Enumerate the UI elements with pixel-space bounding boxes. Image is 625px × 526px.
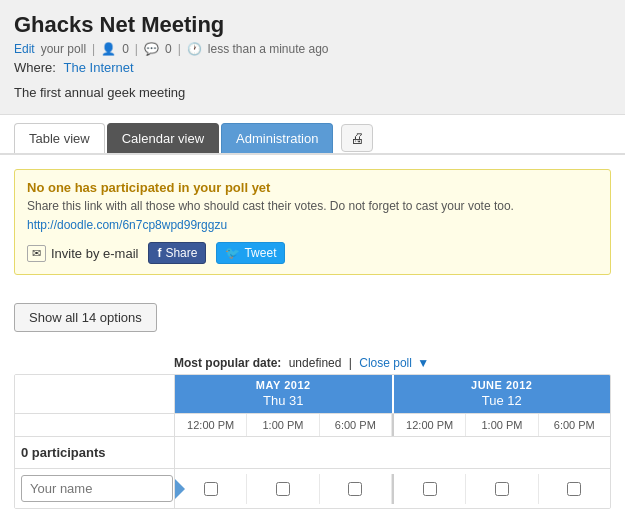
meta-row: Edit your poll | 👤 0 | 💬 0 | 🕐 less than…: [14, 42, 611, 56]
may-day-label: Thu 31: [175, 392, 392, 413]
check-col-5: [466, 474, 538, 504]
participants-count: 0: [122, 42, 129, 56]
check-col-3: [320, 474, 392, 504]
comments-count: 0: [165, 42, 172, 56]
envelope-icon: ✉: [27, 245, 46, 262]
checkbox-5[interactable]: [495, 482, 509, 496]
may-month-label: MAY 2012: [175, 375, 392, 392]
notice-text: Share this link with all those who shoul…: [27, 199, 598, 213]
times-header-row: 12:00 PM 1:00 PM 6:00 PM 12:00 PM 1:00 P…: [15, 414, 610, 437]
main-content: No one has participated in your poll yet…: [0, 155, 625, 523]
participants-icon: 👤: [101, 42, 116, 56]
check-col-2: [247, 474, 319, 504]
name-cell: [15, 469, 175, 508]
invite-email-btn[interactable]: ✉ Invite by e-mail: [27, 245, 138, 262]
poll-label: your poll: [41, 42, 86, 56]
where-label: Where:: [14, 60, 56, 75]
social-row: ✉ Invite by e-mail f Share 🐦 Tweet: [27, 242, 598, 264]
name-input-wrap: [21, 475, 168, 502]
time-col-6: 6:00 PM: [539, 414, 610, 436]
dates-block: MAY 2012 Thu 31 JUNE 2012 Tue 12: [175, 375, 610, 413]
participants-row: 0 participants: [15, 437, 610, 469]
where-link[interactable]: The Internet: [64, 60, 134, 75]
where-row: Where: The Internet: [14, 60, 611, 75]
separator: |: [92, 42, 95, 56]
time-col-3: 6:00 PM: [320, 414, 392, 436]
separator3: |: [178, 42, 181, 56]
notice-box: No one has participated in your poll yet…: [14, 169, 611, 275]
most-popular-value: undefined: [289, 356, 342, 370]
may-block: MAY 2012 Thu 31: [175, 375, 392, 413]
times-left-spacer: [15, 414, 175, 436]
participants-count-label: 0 participants: [15, 437, 175, 468]
time-col-2: 1:00 PM: [247, 414, 319, 436]
fb-label: Share: [165, 246, 197, 260]
june-month-label: JUNE 2012: [394, 375, 611, 392]
time-ago: less than a minute ago: [208, 42, 329, 56]
tab-administration[interactable]: Administration: [221, 123, 333, 153]
fb-icon: f: [157, 246, 161, 260]
checkboxes-right: [175, 474, 610, 504]
arrow-right-icon: [175, 479, 185, 499]
checkbox-3[interactable]: [348, 482, 362, 496]
facebook-share-btn[interactable]: f Share: [148, 242, 206, 264]
notice-link[interactable]: http://doodle.com/6n7cp8wpd99rggzu: [27, 218, 227, 232]
print-icon[interactable]: 🖨: [341, 124, 373, 152]
june-block: JUNE 2012 Tue 12: [394, 375, 611, 413]
june-day-label: Tue 12: [394, 392, 611, 413]
notice-title: No one has participated in your poll yet: [27, 180, 598, 195]
time-col-1: 12:00 PM: [175, 414, 247, 436]
check-col-4: [392, 474, 466, 504]
twitter-icon: 🐦: [225, 246, 240, 260]
edit-link[interactable]: Edit: [14, 42, 35, 56]
pipe-sep: |: [349, 356, 352, 370]
show-all-options-button[interactable]: Show all 14 options: [14, 303, 157, 332]
header: Ghacks Net Meeting Edit your poll | 👤 0 …: [0, 0, 625, 115]
close-poll-link[interactable]: Close poll: [359, 356, 412, 370]
month-header-row: MAY 2012 Thu 31 JUNE 2012 Tue 12: [15, 375, 610, 414]
description: The first annual geek meeting: [14, 85, 611, 100]
checkbox-6[interactable]: [567, 482, 581, 496]
tweet-btn[interactable]: 🐦 Tweet: [216, 242, 285, 264]
most-popular-row: Most popular date: undefined | Close pol…: [14, 356, 611, 370]
most-popular-bold: Most popular date:: [174, 356, 281, 370]
checkbox-4[interactable]: [423, 482, 437, 496]
dropdown-icon[interactable]: ▼: [417, 356, 429, 370]
tabs-bar: Table view Calendar view Administration …: [0, 115, 625, 155]
check-col-1: [175, 474, 247, 504]
time-col-4: 12:00 PM: [392, 414, 466, 436]
page-title: Ghacks Net Meeting: [14, 12, 611, 38]
invite-label: Invite by e-mail: [51, 246, 138, 261]
comments-icon: 💬: [144, 42, 159, 56]
clock-icon: 🕐: [187, 42, 202, 56]
poll-section: MAY 2012 Thu 31 JUNE 2012 Tue 12 12:00 P…: [14, 374, 611, 509]
tab-calendar-view[interactable]: Calendar view: [107, 123, 219, 153]
most-popular-label: Most popular date: undefined | Close pol…: [174, 356, 429, 370]
checkbox-2[interactable]: [276, 482, 290, 496]
tab-table-view[interactable]: Table view: [14, 123, 105, 153]
check-col-6: [539, 474, 610, 504]
name-row: [15, 469, 610, 508]
time-col-5: 1:00 PM: [466, 414, 538, 436]
times-right: 12:00 PM 1:00 PM 6:00 PM 12:00 PM 1:00 P…: [175, 414, 610, 436]
separator2: |: [135, 42, 138, 56]
tweet-label: Tweet: [244, 246, 276, 260]
left-spacer: [15, 375, 175, 413]
name-input[interactable]: [21, 475, 173, 502]
checkbox-1[interactable]: [204, 482, 218, 496]
